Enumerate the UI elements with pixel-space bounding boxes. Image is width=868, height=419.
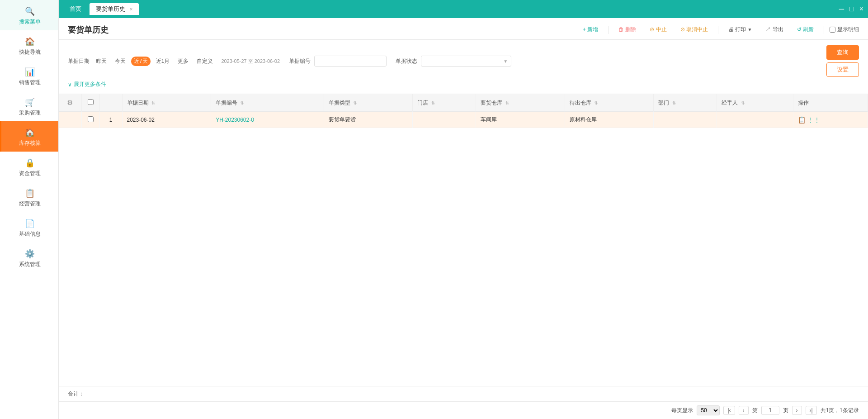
date-opt-custom[interactable]: 自定义 [194, 57, 216, 66]
purchase-icon: 🛒 [25, 97, 35, 107]
display-detail-checkbox[interactable] [830, 27, 835, 33]
first-page-button[interactable]: |‹ [723, 406, 735, 415]
cancel-stop-button[interactable]: ⊘ 取消中止 [676, 24, 712, 36]
export-button[interactable]: ↗ 导出 [761, 24, 788, 36]
toolbar: + 新增 🗑 删除 ⊘ 中止 ⊘ 取消中止 🖨 打印 ▼ ↗ [578, 24, 859, 36]
filter-actions: 查询 设置 [826, 45, 859, 77]
operation-icon: 📋 [25, 188, 35, 198]
td-bill-type: 要货单要货 [324, 112, 413, 128]
table-header-row: ⚙ 单据日期 ⇅ 单据编号 ⇅ [59, 94, 868, 112]
new-button[interactable]: + 新增 [578, 24, 603, 36]
sort-pending-warehouse-icon: ⇅ [594, 100, 598, 105]
th-pending-warehouse: 待出仓库 ⇅ [565, 94, 654, 112]
next-page-button[interactable]: › [792, 406, 802, 415]
date-opt-more[interactable]: 更多 [175, 57, 191, 66]
td-store [413, 112, 476, 128]
delete-button[interactable]: 🗑 删除 [614, 24, 641, 36]
chevron-down-icon: ∨ [68, 81, 72, 88]
sidebar-item-basic-info[interactable]: 📄 基础信息 [0, 212, 58, 243]
footer-total: 合计： [68, 390, 84, 398]
per-page-label: 每页显示 [671, 407, 693, 414]
main-content: 首页 要货单历史 × ─ □ × 要货单历史 + 新增 🗑 删除 [59, 0, 868, 419]
filter-bill-no: 单据编号 [289, 56, 387, 67]
settings-button[interactable]: 设置 [826, 62, 859, 77]
sidebar-item-search[interactable]: 🔍 搜索菜单 [0, 0, 58, 30]
toolbar-separator-1 [608, 26, 609, 34]
sidebar-item-sales[interactable]: 📊 销售管理 [0, 61, 58, 91]
date-options: 昨天 今天 近7天 近1月 更多 自定义 [93, 57, 216, 66]
select-all-checkbox[interactable] [88, 99, 94, 105]
window-close-icon[interactable]: × [859, 5, 863, 13]
td-settings [59, 112, 81, 128]
sidebar: 🔍 搜索菜单 🏠 快捷导航 📊 销售管理 🛒 采购管理 🏠 库存核算 🔒 资金管… [0, 0, 59, 419]
date-opt-yesterday[interactable]: 昨天 [93, 57, 109, 66]
table-body: 1 2023-06-02 YH-20230602-0 要货单要货 [59, 112, 868, 128]
system-icon: ⚙️ [25, 249, 35, 259]
display-detail-toggle[interactable]: 显示明细 [830, 26, 859, 33]
page-prefix: 第 [752, 407, 758, 414]
prev-page-button[interactable]: ‹ [739, 406, 749, 415]
filter-bar: 单据日期 昨天 今天 近7天 近1月 更多 自定义 2023-05-27 至 2… [59, 40, 868, 94]
edit-icon[interactable]: 📋 [798, 116, 806, 124]
row-checkbox[interactable] [88, 116, 94, 122]
th-date: 单据日期 ⇅ [122, 94, 211, 112]
td-req-warehouse: 车间库 [476, 112, 565, 128]
td-operation: 📋 ⋮⋮ [793, 112, 868, 128]
td-bill-no: YH-20230602-0 [211, 112, 324, 128]
print-button[interactable]: 🖨 打印 ▼ [724, 24, 756, 36]
th-handler: 经手人 ⇅ [717, 94, 793, 112]
sort-date-icon: ⇅ [151, 100, 155, 105]
more-icon[interactable]: ⋮⋮ [807, 116, 820, 124]
sort-department-icon: ⇅ [672, 100, 676, 105]
bill-no-link[interactable]: YH-20230602-0 [216, 117, 254, 123]
stop-button[interactable]: ⊘ 中止 [645, 24, 671, 36]
bill-no-label: 单据编号 [289, 57, 311, 65]
page-title: 要货单历史 [68, 24, 108, 35]
per-page-select[interactable]: 50 20 100 200 [697, 405, 720, 415]
th-bill-no: 单据编号 ⇅ [211, 94, 324, 112]
sidebar-item-operation[interactable]: 📋 经营管理 [0, 182, 58, 212]
page-unit: 页 [783, 407, 788, 414]
sidebar-item-system[interactable]: ⚙️ 系统管理 [0, 243, 58, 273]
inventory-icon: 🏠 [25, 128, 35, 138]
sidebar-item-purchase[interactable]: 🛒 采购管理 [0, 91, 58, 121]
table-container: ⚙ 单据日期 ⇅ 单据编号 ⇅ [59, 94, 868, 386]
query-button[interactable]: 查询 [826, 45, 859, 60]
td-num: 1 [99, 112, 122, 128]
toolbar-separator-2 [718, 26, 718, 34]
date-opt-7days[interactable]: 近7天 [131, 57, 151, 66]
date-opt-today[interactable]: 今天 [112, 57, 128, 66]
sidebar-item-finance[interactable]: 🔒 资金管理 [0, 152, 58, 182]
sort-req-warehouse-icon: ⇅ [505, 100, 509, 105]
sidebar-item-inventory[interactable]: 🏠 库存核算 [0, 121, 58, 152]
status-label: 单据状态 [396, 57, 417, 65]
sales-icon: 📊 [25, 67, 35, 77]
maximize-icon[interactable]: □ [849, 5, 854, 13]
expand-more[interactable]: ∨ 展开更多条件 [68, 81, 859, 88]
sort-bill-no-icon: ⇅ [240, 100, 244, 105]
th-bill-type: 单据类型 ⇅ [324, 94, 413, 112]
tab-close-icon[interactable]: × [130, 6, 132, 12]
refresh-button[interactable]: ↺ 刷新 [793, 24, 818, 36]
status-select[interactable] [421, 56, 511, 67]
date-opt-1month[interactable]: 近1月 [153, 57, 173, 66]
filter-status: 单据状态 [396, 56, 511, 67]
page-input[interactable] [761, 406, 779, 415]
tab-home[interactable]: 首页 [63, 3, 88, 15]
finance-icon: 🔒 [25, 158, 35, 168]
last-page-button[interactable]: ›| [806, 406, 817, 415]
pagination-bar: 每页显示 50 20 100 200 |‹ ‹ 第 页 › ›| 共1页，1条记… [59, 401, 868, 419]
th-settings: ⚙ [59, 94, 81, 112]
sidebar-item-quick-nav[interactable]: 🏠 快捷导航 [0, 30, 58, 61]
th-store: 门店 ⇅ [413, 94, 476, 112]
tab-active[interactable]: 要货单历史 × [90, 3, 139, 15]
table-settings-icon[interactable]: ⚙ [67, 99, 73, 106]
print-chevron-icon: ▼ [747, 27, 752, 32]
bill-no-input[interactable] [314, 56, 387, 67]
status-select-wrap [421, 56, 511, 67]
td-checkbox [81, 112, 99, 128]
home-icon: 🏠 [25, 37, 35, 47]
minimize-icon[interactable]: ─ [839, 5, 844, 13]
pagination-summary: 共1页，1条记录 [821, 407, 859, 414]
page-header: 要货单历史 + 新增 🗑 删除 ⊘ 中止 ⊘ 取消中止 🖨 打印 [59, 18, 868, 40]
